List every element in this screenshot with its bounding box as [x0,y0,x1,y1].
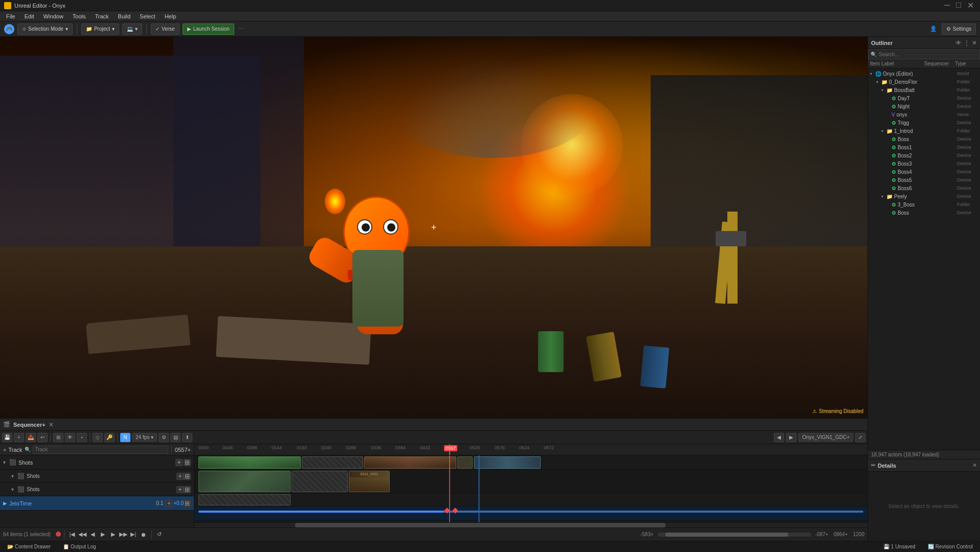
jelotime-settings-btn[interactable]: ⊞ [184,500,191,507]
ctrl-next-frame-btn[interactable]: ▶ [108,531,118,539]
tree-item-onyx[interactable]: V onyx Verse [868,110,980,119]
content-drawer-btn[interactable]: 📂 Content Drawer [4,543,54,550]
outliner-search-input[interactable] [879,52,977,57]
device-icon-boss6: ⚙ [892,177,896,183]
launch-btn[interactable]: ▶ Launch Session [183,24,234,35]
tree-item-introd[interactable]: ▾ 📁 1_Introd Folder [868,127,980,135]
tree-item-demoflor[interactable]: ▾ 📁 0_DemoFlor Folder [868,78,980,86]
menu-edit[interactable]: Edit [20,12,38,20]
tree-item-boss-4[interactable]: ⚙ Boss3 Device [868,159,980,168]
sequencer-close-btn[interactable]: ✕ [49,421,54,428]
shots-settings-btn[interactable]: ⊞ [184,459,191,466]
maximize-btn[interactable]: □ [954,1,963,10]
tree-item-trigg[interactable]: ⚙ Trigg Device [868,119,980,127]
eye-icon[interactable]: 👁 [955,39,962,47]
menu-track[interactable]: Track [91,12,113,20]
col-item-label: Item Label [870,61,924,66]
scroll-track[interactable] [658,533,811,537]
track-search-icon[interactable]: 🔍 [25,447,31,452]
ctrl-to-end-btn[interactable]: ▶| [129,531,138,539]
tree-item-peely[interactable]: ⚙ Boss6 Device [868,184,980,192]
output-log-btn[interactable]: 📋 Output Log [60,543,99,550]
more-options-icon[interactable]: ⋯ [238,26,244,32]
track-plus-icon[interactable]: + [3,447,6,453]
ctrl-prev-frame-btn[interactable]: ◀ [88,531,97,539]
ctrl-step-fwd-btn[interactable]: ▶▶ [119,531,128,539]
sub-track-shots-2[interactable]: ▾ ⬛ Shots + ⊞ [0,483,194,496]
close-btn[interactable]: ✕ [965,1,976,10]
selection-mode-btn[interactable]: ⊹ Selection Mode ▾ [17,24,73,35]
tree-item-bossbatt[interactable]: ▾ 📁 BossBatt Folder [868,86,980,94]
menu-build[interactable]: Build [114,12,135,20]
filter-icon[interactable]: ⋮ [964,39,970,47]
seq-import-btn[interactable]: 📥 [26,433,36,442]
tree-item-boss-a[interactable]: ⚙ 3_Boss Folder [868,200,980,209]
jelotime-value: 0.1 [156,500,163,506]
seq-export-btn[interactable]: ⬆ [182,433,192,442]
seq-record-btn[interactable]: N [120,433,130,442]
menu-window[interactable]: Window [39,12,68,20]
track-row-shots-1[interactable]: ▾ ⬛ Shots + ⊞ [0,455,194,470]
track-row-jelotime[interactable]: ▶ JeloTime 0.1 + +0.0 ⊞ [0,496,194,511]
seq-mode-btn[interactable]: ▤ [170,433,181,442]
shots-add-btn[interactable]: + [175,459,183,466]
jelotime-add-btn[interactable]: + [165,500,172,507]
viewport[interactable]: + ⚠ Streaming Disabled [0,37,867,418]
sub-shots-add-btn-2[interactable]: + [176,486,184,493]
tree-item-dayt[interactable]: ⚙ DayT Device [868,94,980,102]
tree-item-boss-2[interactable]: ⚙ Boss1 Device [868,143,980,151]
seq-options-btn[interactable]: ⚙ [159,433,169,442]
seq-nav-fwd-btn[interactable]: ▶ [786,433,796,442]
title-bar-controls[interactable]: ─ □ ✕ [942,1,976,10]
scrollbar-thumb[interactable] [295,523,665,527]
platform-btn[interactable]: 💻 ▾ [122,24,142,35]
settings-btn[interactable]: ⚙ Settings [942,24,976,35]
menu-tools[interactable]: Tools [69,12,90,20]
barrel-blue [640,346,670,388]
details-close-icon[interactable]: ✕ [972,462,977,469]
project-btn[interactable]: 📁 Project ▾ [81,24,119,35]
tree-item-boss-3[interactable]: ⚙ Boss2 Device [868,151,980,159]
seq-fullscreen-btn[interactable]: ⤢ [855,433,865,442]
tree-item-boss-6[interactable]: ⚙ Boss5 Device [868,176,980,184]
tree-item-boss-1[interactable]: ⚙ Boss Device [868,135,980,143]
ctrl-step-back-btn[interactable]: ◀◀ [78,531,87,539]
revision-control-btn[interactable]: 🔄 Revision Control [925,543,976,550]
menu-file[interactable]: File [2,12,19,20]
title-bar: Unreal Editor - Onyx ─ □ ✕ [0,0,980,11]
seq-save-btn[interactable]: 💾 [2,433,12,442]
menu-help[interactable]: Help [161,12,181,20]
seq-nav-back-btn[interactable]: ◀ [774,433,784,442]
ctrl-record-btn[interactable]: ⏺ [139,531,148,539]
folder-icon-3boss: 📁 [886,194,893,199]
sub-shots-settings-btn-2[interactable]: ⊞ [184,486,191,493]
ctrl-loop-btn[interactable]: ↺ [155,531,164,539]
scroll-thumb[interactable] [665,533,788,537]
tree-item-3boss[interactable]: ▾ 📁 Peely Device [868,192,980,200]
tree-item-night[interactable]: ⚙ Night Device [868,102,980,110]
tree-item-boss-5[interactable]: ⚙ Boss4 Device [868,168,980,176]
seq-snap-btn[interactable]: ⋆ [77,433,87,442]
verse-btn[interactable]: ✓ Verse [151,24,180,35]
seq-curve-btn[interactable]: ◇ [93,433,103,442]
unsaved-btn[interactable]: 💾 1 Unsaved [880,543,919,550]
tree-item-onyx-editor[interactable]: ▾ 🌐 Onyx (Editor) World [868,70,980,78]
seq-filter-btn[interactable]: ⊞ [53,433,63,442]
timeline-scrollbar[interactable] [194,522,867,527]
sub-clip-1 [198,471,291,492]
minimize-btn[interactable]: ─ [942,1,952,10]
track-search-input[interactable] [33,446,169,454]
menu-select[interactable]: Select [136,12,160,20]
sub-track-shots-1[interactable]: ▾ ⬛ Shots + ⊞ [0,470,194,483]
sub-shots-add-btn-1[interactable]: + [176,473,184,480]
tree-item-boss-b[interactable]: ⚙ Boss Device [868,209,980,217]
ctrl-to-start-btn[interactable]: |◀ [68,531,77,539]
seq-view-btn[interactable]: 👁 [65,433,75,442]
user-icon[interactable]: 👤 [928,24,939,34]
ctrl-play-btn[interactable]: ▶ [98,531,107,539]
seq-key-btn[interactable]: 🔑 [104,433,115,442]
sub-shots-settings-btn-1[interactable]: ⊞ [184,473,191,480]
seq-add-btn[interactable]: + [14,433,24,442]
outliner-close-icon[interactable]: ✕ [972,39,977,47]
seq-undo-btn[interactable]: ↩ [37,433,48,442]
